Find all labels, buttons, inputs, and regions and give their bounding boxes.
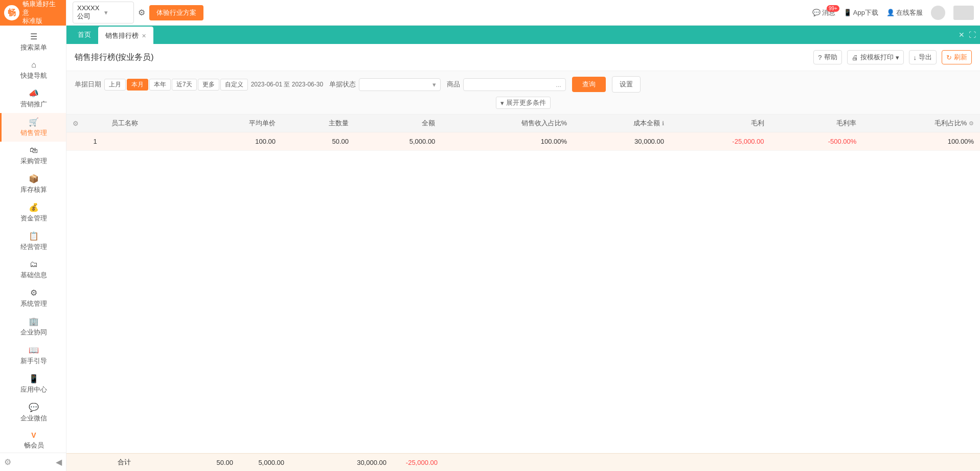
cell-avg-price: 100.00 — [194, 132, 282, 151]
sidebar-item-wechat[interactable]: 💬 企业微信 — [0, 398, 66, 427]
sidebar-settings-btn[interactable]: ⚙ — [4, 457, 11, 467]
table-wrapper: ⚙ 员工名称 平均单价 主数量 全额 销售收入占比% 成本全额 ℹ 毛利 毛利率… — [66, 115, 980, 453]
sidebar-item-finance[interactable]: 💰 资金管理 — [0, 198, 66, 227]
sidebar-item-member[interactable]: V 畅会员 — [0, 427, 66, 453]
col-avg-price: 平均单价 — [194, 115, 282, 132]
company-chevron-icon: ▾ — [104, 9, 129, 16]
app-label: App下载 — [853, 8, 878, 17]
this-year-btn[interactable]: 本年 — [149, 79, 171, 91]
refresh-button[interactable]: ↻ 刷新 — [942, 50, 972, 64]
guide-icon: 📖 — [29, 345, 39, 355]
sidebar-item-label: 畅会员 — [24, 441, 44, 450]
page-header: 销售排行榜(按业务员) ? 帮助 🖨 按模板打印 ▾ ↓ 导出 ↻ 刷新 — [66, 44, 980, 71]
footer-quantity: 50.00 — [198, 459, 239, 466]
main-content: XXXXX公司 ▾ ⚙ 体验行业方案 💬 消息 99+ 📱 App下载 👤 在线… — [66, 0, 980, 471]
cell-amount: 5,000.00 — [355, 132, 441, 151]
quick-nav-icon: ⌂ — [31, 60, 36, 70]
sidebar-item-enterprise[interactable]: 🏢 企业协同 — [0, 312, 66, 341]
data-table: ⚙ 员工名称 平均单价 主数量 全额 销售收入占比% 成本全额 ℹ 毛利 毛利率… — [66, 115, 980, 151]
cell-gross-pct: 100.00% — [862, 132, 980, 151]
message-button[interactable]: 💬 消息 99+ — [812, 8, 835, 17]
cell-cost: 30,000.00 — [573, 132, 670, 151]
message-icon: 💬 — [812, 9, 821, 16]
date-range-display: 2023-06-01 至 2023-06-30 — [251, 80, 323, 89]
prev-month-btn[interactable]: 上月 — [104, 79, 126, 91]
current-month-btn[interactable]: 本月 — [127, 79, 148, 91]
col-gross: 毛利 — [670, 115, 770, 132]
col-gross-rate: 毛利率 — [770, 115, 863, 132]
sidebar-collapse-btn[interactable]: ◀ — [56, 457, 62, 467]
sidebar: 畅 畅康通好生意 标准版 ☰ 搜索菜单 ⌂ 快捷导航 📣 营销推广 🛒 销售管理… — [0, 0, 66, 471]
goods-input[interactable] — [468, 81, 554, 88]
sidebar-item-label: 系统管理 — [20, 299, 47, 308]
expand-more-btn[interactable]: ▾ 展开更多条件 — [496, 97, 551, 109]
cell-rank: 1 — [85, 132, 105, 151]
print-button[interactable]: 🖨 按模板打印 ▾ — [847, 50, 904, 64]
filter-expand-row: ▾ 展开更多条件 — [75, 97, 972, 109]
cell-quantity: 50.00 — [282, 132, 355, 151]
sidebar-item-search-orders[interactable]: ☰ 搜索菜单 — [0, 28, 66, 56]
help-button[interactable]: ? 帮助 — [813, 50, 841, 64]
trial-button[interactable]: 体验行业方案 — [149, 5, 203, 20]
online-service-button[interactable]: 👤 在线客服 — [886, 8, 923, 17]
refresh-icon: ↻ — [946, 54, 952, 61]
tab-home-label: 首页 — [78, 30, 91, 39]
last-7days-btn[interactable]: 近7天 — [172, 79, 197, 91]
sidebar-item-inventory[interactable]: 📦 库存核算 — [0, 170, 66, 198]
sidebar-item-sales[interactable]: 🛒 销售管理 — [0, 113, 66, 142]
print-icon: 🖨 — [852, 54, 858, 61]
filter-settings-button[interactable]: 设置 — [612, 76, 641, 93]
sidebar-item-label: 快捷导航 — [20, 71, 47, 80]
basic-info-icon: 🗂 — [30, 260, 38, 269]
tab-close-icon[interactable]: ✕ — [142, 33, 146, 39]
sidebar-item-operations[interactable]: 📋 经营管理 — [0, 227, 66, 256]
sidebar-item-marketing[interactable]: 📣 营销推广 — [0, 84, 66, 113]
print-chevron-icon: ▾ — [896, 54, 899, 61]
table-footer: 合计 50.00 5,000.00 30,000.00 -25,000.00 — [66, 453, 980, 471]
tabbar-right-actions: ✕ ⛶ — [959, 31, 980, 39]
sidebar-item-apps[interactable]: 📱 应用中心 — [0, 370, 66, 398]
sidebar-item-quick-nav[interactable]: ⌂ 快捷导航 — [0, 56, 66, 84]
query-button[interactable]: 查询 — [572, 77, 606, 92]
operations-icon: 📋 — [29, 231, 39, 241]
logo-icon: 畅 — [4, 5, 19, 20]
company-selector[interactable]: XXXXX公司 ▾ — [73, 2, 134, 24]
company-name: XXXXX公司 — [77, 4, 102, 21]
topbar: XXXXX公司 ▾ ⚙ 体验行业方案 💬 消息 99+ 📱 App下载 👤 在线… — [66, 0, 980, 26]
enterprise-icon: 🏢 — [29, 317, 39, 326]
col-settings[interactable]: ⚙ — [66, 115, 85, 132]
service-label: 在线客服 — [896, 8, 923, 17]
sidebar-item-purchase[interactable]: 🛍 采购管理 — [0, 142, 66, 170]
status-select[interactable]: ▾ — [359, 78, 441, 91]
export-button[interactable]: ↓ 导出 — [909, 50, 937, 64]
tab-close-all-icon[interactable]: ✕ — [959, 31, 965, 39]
sidebar-item-label: 应用中心 — [20, 385, 47, 394]
settings-gear-icon[interactable]: ⚙ — [138, 8, 145, 17]
sidebar-item-system[interactable]: ⚙ 系统管理 — [0, 284, 66, 312]
user-name-display — [953, 6, 974, 20]
purchase-icon: 🛍 — [30, 146, 38, 155]
filter-date: 单据日期 上月 本月 本年 近7天 更多 自定义 2023-06-01 至 20… — [75, 79, 323, 91]
expand-label: 展开更多条件 — [506, 98, 546, 107]
content-area: 销售排行榜(按业务员) ? 帮助 🖨 按模板打印 ▾ ↓ 导出 ↻ 刷新 — [66, 44, 980, 471]
filter-status: 单据状态 ▾ — [329, 78, 441, 91]
sidebar-item-guide[interactable]: 📖 新手引导 — [0, 341, 66, 370]
cell-gross-rate: -500.00% — [770, 132, 863, 151]
logo-text1: 畅康通好生意 — [22, 0, 62, 17]
tab-fullscreen-icon[interactable]: ⛶ — [969, 31, 976, 39]
goods-input-wrapper: ... — [463, 78, 566, 91]
sidebar-item-basic-info[interactable]: 🗂 基础信息 — [0, 256, 66, 284]
footer-cost: 30,000.00 — [341, 459, 393, 466]
tab-sales-rank-label: 销售排行榜 — [105, 31, 139, 40]
user-avatar[interactable] — [931, 6, 945, 20]
marketing-icon: 📣 — [29, 88, 39, 98]
tab-sales-rank[interactable]: 销售排行榜 ✕ — [98, 27, 153, 45]
page-actions: ? 帮助 🖨 按模板打印 ▾ ↓ 导出 ↻ 刷新 — [813, 50, 972, 64]
sidebar-item-label: 库存核算 — [20, 185, 47, 194]
app-download-button[interactable]: 📱 App下载 — [844, 8, 878, 17]
filter-bar: 单据日期 上月 本月 本年 近7天 更多 自定义 2023-06-01 至 20… — [66, 71, 980, 115]
wechat-icon: 💬 — [29, 402, 39, 412]
custom-date-btn[interactable]: 自定义 — [220, 79, 248, 91]
tab-home[interactable]: 首页 — [71, 26, 98, 44]
more-date-btn[interactable]: 更多 — [198, 79, 219, 91]
